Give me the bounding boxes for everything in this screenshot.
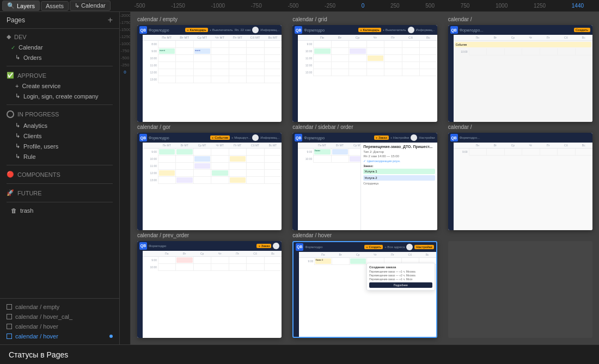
sidebar-item-login[interactable]: ↳ Login, sign, create company — [0, 91, 119, 101]
main-area: Pages + ◆ DEV ✓ Calendar ↳ Orders ✅ — [0, 12, 599, 344]
canvas-area[interactable]: calendar / empty QB Формлодро + Календар… — [131, 12, 599, 344]
frame-content-1: QB Формлодро + Календарь + Выключатель Я… — [137, 25, 282, 122]
mini-logo-1: QB — [139, 26, 147, 34]
separator-3 — [7, 165, 113, 165]
frame-label-6: calendar / — [448, 124, 472, 130]
separator-5 — [7, 202, 113, 202]
status-text: Статусы в Pages — [9, 350, 68, 359]
hover-tooltip: Создание заказа Перемещение-заказ — +1 ч… — [366, 263, 435, 291]
sidebar-item-create-service[interactable]: + Create service — [0, 81, 119, 91]
tab-bar: 🔍 Layers Assets ↳ Calendar -500 -1250 -1… — [0, 0, 599, 12]
frame-label-3: calendar / — [448, 16, 472, 22]
frame-empty-9 — [448, 241, 592, 338]
tab-layers[interactable]: 🔍 Layers — [2, 1, 40, 11]
separator-2 — [7, 104, 113, 105]
check-icon: ✓ — [11, 45, 15, 51]
mini-nav-1: Формлодро — [149, 28, 184, 32]
frame-icon — [7, 304, 12, 310]
active-indicator — [109, 335, 113, 338]
frame-item-4[interactable]: calendar / hover — [0, 331, 119, 341]
frame-item-1[interactable]: calendar / empty — [0, 302, 119, 312]
sidebar-content: ◆ DEV ✓ Calendar ↳ Orders ✅ APPROVE + C — [0, 29, 119, 298]
sidebar-item-trash[interactable]: 🗑 trash — [0, 206, 119, 215]
frame-calendar-sidebar-order: calendar / sidebar / order QB Формлодро … — [292, 133, 437, 230]
tab-calendar[interactable]: ↳ Calendar — [70, 1, 111, 11]
ruler-numbers: -500 -1250 -1000 -750 -500 -250 0 250 50… — [111, 3, 597, 9]
separator-4 — [7, 183, 113, 184]
order-sidebar-panel: Перемещение-заказ_ДТО. Пришест... Тип 2:… — [360, 143, 437, 230]
frame-calendar-prev-order: calendar / prev_order QB Формлодро + Зак… — [137, 241, 282, 338]
frame-label-5: calendar / sidebar / order — [292, 124, 353, 130]
frame-label-4: calendar / gor — [137, 124, 170, 130]
frame-calendar-hover: calendar / hover QB Формлодро + Создать … — [292, 241, 437, 338]
frame-icon — [7, 324, 12, 329]
sidebar-item-rule[interactable]: ↳ Rule — [0, 151, 119, 162]
section-in-progress: IN PROGRESS — [0, 108, 119, 120]
section-components: 🔴 COMPONENTS — [0, 169, 119, 180]
frame-label-7: calendar / prev_order — [137, 232, 189, 238]
canvas-wrapper: -2000 -1750 -1500 -1250 -1000 -750 -500 … — [120, 12, 599, 344]
section-approve: ✅ APPROVE — [0, 70, 119, 81]
sidebar-item-orders[interactable]: ↳ Orders — [0, 52, 119, 63]
frame-calendar-empty: calendar / empty QB Формлодро + Календар… — [137, 25, 282, 122]
section-dev: ◆ DEV — [0, 31, 119, 42]
sidebar: Pages + ◆ DEV ✓ Calendar ↳ Orders ✅ — [0, 12, 120, 344]
sidebar-header: Pages + — [0, 12, 119, 29]
frame-calendar-3: calendar / QB Формлодро... Создать — [448, 25, 592, 122]
frame-label-8: calendar / hover — [292, 232, 332, 238]
frame-item-3[interactable]: calendar / hover — [0, 322, 119, 331]
sidebar-frame-list: calendar / empty calendar / hover_cal_ c… — [0, 298, 119, 344]
frame-calendar-6: calendar / QB Формлодро... Пн — [448, 133, 592, 230]
sidebar-item-analytics[interactable]: ↳ Analytics — [0, 120, 119, 131]
mini-header-1: QB Формлодро + Календарь + Выключатель Я… — [137, 25, 282, 35]
frame-icon — [7, 314, 12, 319]
frame-calendar-grid: calendar / grid QB Формлодро + Календарь… — [292, 25, 437, 122]
mini-btn-1: + Календарь — [185, 28, 207, 32]
pages-title: Pages — [7, 16, 25, 24]
left-ruler: -2000 -1750 -1500 -1250 -1000 -750 -500 … — [120, 12, 131, 344]
frame-label-1: calendar / empty — [137, 16, 178, 22]
status-bar: Статусы в Pages — [0, 344, 599, 364]
tabs: 🔍 Layers Assets ↳ Calendar — [2, 1, 111, 11]
frame-label-2: calendar / grid — [292, 16, 327, 22]
frame-item-2[interactable]: calendar / hover_cal_ — [0, 312, 119, 322]
frames-grid: calendar / empty QB Формлодро + Календар… — [131, 12, 599, 344]
frame-icon — [7, 334, 12, 339]
separator-1 — [7, 66, 113, 66]
tab-assets[interactable]: Assets — [41, 1, 69, 11]
circle-icon — [7, 110, 14, 118]
add-page-button[interactable]: + — [108, 15, 113, 25]
sidebar-item-profile[interactable]: ↳ Profile, users — [0, 141, 119, 151]
section-future: 🚀 FUTURE — [0, 187, 119, 199]
sidebar-item-calendar[interactable]: ✓ Calendar — [0, 42, 119, 52]
search-icon: 🔍 — [7, 2, 15, 9]
sidebar-item-clients[interactable]: ↳ Clients — [0, 131, 119, 141]
frame-calendar-gor: calendar / gor QB Формлодро + Событие + … — [137, 133, 282, 230]
